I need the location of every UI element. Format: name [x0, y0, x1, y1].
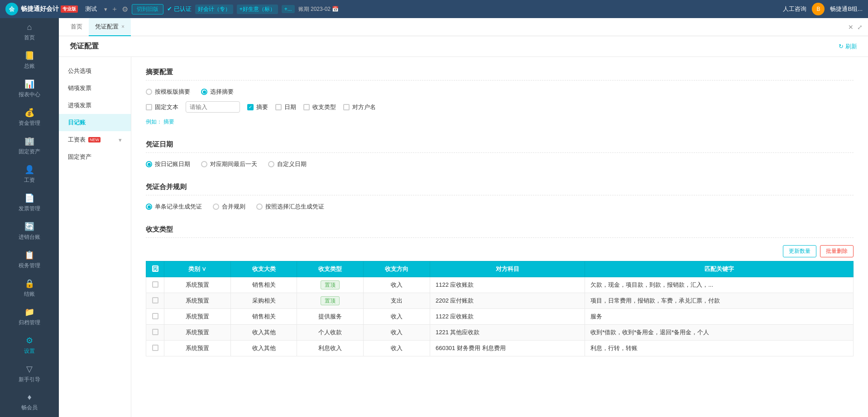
sidebar-label-payroll: 工资: [24, 176, 35, 184]
row-checkbox-2[interactable]: [152, 313, 158, 319]
sidebar-label-purchase-sales: 进销台账: [19, 233, 40, 241]
row-direction: 收入: [364, 309, 430, 325]
sidebar-label-invoice-mgmt: 发票管理: [19, 205, 40, 213]
left-nav-sales-invoice-label: 销项发票: [68, 84, 91, 92]
radio-merge-btn: [213, 204, 219, 210]
sidebar-label-reports: 报表中心: [19, 91, 40, 99]
row-category: 系统预置: [164, 277, 231, 293]
sidebar-label-settings: 设置: [24, 347, 35, 355]
window-expand-btn[interactable]: ⤢: [857, 24, 863, 31]
left-nav-journal[interactable]: 日记账: [59, 114, 131, 131]
row-category: 系统预置: [164, 293, 231, 309]
member-icon: ♦: [27, 393, 31, 402]
consult-btn[interactable]: 人工咨询: [783, 5, 806, 13]
settings-icon[interactable]: ⚙: [122, 5, 128, 14]
row-keywords: 欠款，现金，项目款，到款，报销款，汇入，...: [585, 277, 854, 293]
avatar: B: [812, 3, 825, 15]
th-account: 对方科目: [430, 261, 585, 277]
radio-single[interactable]: 单条记录生成凭证: [146, 203, 202, 211]
summary-config-title: 摘要配置: [146, 68, 854, 81]
th-direction: 收支方向: [364, 261, 430, 277]
home-icon: ⌂: [27, 23, 32, 32]
type-tag-0[interactable]: 置顶: [321, 280, 340, 289]
switch-old-btn[interactable]: 切到旧版: [132, 4, 163, 14]
left-nav-fixed-assets[interactable]: 固定资产: [59, 148, 131, 166]
sidebar-item-member[interactable]: ♦ 畅会员: [0, 388, 59, 416]
radio-merge[interactable]: 合并规则: [213, 203, 245, 211]
voucher-date-section: 凭证日期 按日记账日期 对应期间最后一天: [146, 140, 854, 168]
radio-custom-date[interactable]: 自定义日期: [268, 160, 307, 168]
radio-merge-label: 合并规则: [222, 203, 245, 211]
tab-close-icon[interactable]: ×: [121, 24, 125, 30]
sidebar-item-funds[interactable]: 💰 资金管理: [0, 103, 59, 132]
payroll-icon: 👤: [24, 165, 34, 175]
fixed-text-input[interactable]: [186, 101, 240, 113]
radio-journal-date[interactable]: 按日记账日期: [146, 160, 190, 168]
sidebar-item-reports[interactable]: 📊 报表中心: [0, 75, 59, 103]
radio-summary-gen-btn: [256, 204, 263, 210]
checkbox-date[interactable]: 日期: [275, 103, 296, 111]
left-nav-purchase-invoice[interactable]: 进项发票: [59, 97, 131, 114]
update-btn[interactable]: 更新数量: [783, 245, 816, 257]
checkbox-summary[interactable]: 摘要: [247, 103, 268, 111]
sidebar-item-archive[interactable]: 📁 归档管理: [0, 303, 59, 331]
company-dropdown-icon[interactable]: ▾: [104, 6, 107, 13]
select-all-checkbox[interactable]: ☑: [152, 265, 158, 272]
radio-summary-gen-label: 按照选择汇总生成凭证: [265, 203, 324, 211]
radio-summary-gen[interactable]: 按照选择汇总生成凭证: [256, 203, 324, 211]
fixed-assets-icon: 🏢: [24, 136, 34, 146]
checkbox-type[interactable]: 收支类型: [303, 103, 336, 111]
page-title: 凭证配置: [70, 42, 99, 51]
row-keywords: 项目，日常费用，报销款，车费，承兑汇票，付款: [585, 293, 854, 309]
sidebar-item-payroll[interactable]: 👤 工资: [0, 160, 59, 189]
sidebar-item-home[interactable]: ⌂ 首页: [0, 18, 59, 46]
left-nav-wage-table[interactable]: 工资表 NEW ▾: [59, 131, 131, 148]
radio-select[interactable]: 选择摘要: [201, 88, 234, 96]
sidebar-item-ledger[interactable]: 📒 总账: [0, 46, 59, 75]
app-subtitle: 专业版: [61, 5, 78, 13]
tab-voucher-config-label: 凭证配置: [95, 23, 119, 31]
row-keywords: 服务: [585, 309, 854, 325]
refresh-btn[interactable]: ↻ 刷新: [839, 43, 857, 51]
sidebar-item-closing[interactable]: 🔒 结账: [0, 274, 59, 303]
sidebar-item-settings[interactable]: ⚙ 设置: [0, 331, 59, 360]
sidebar-item-fixed-assets[interactable]: 🏢 固定资产: [0, 132, 59, 160]
row-category: 系统预置: [164, 341, 231, 356]
sidebar-label-home: 首页: [24, 34, 35, 42]
tab-voucher-config[interactable]: 凭证配置 ×: [89, 18, 131, 36]
chevron-down-icon: ▾: [119, 137, 122, 143]
left-nav-public[interactable]: 公共选项: [59, 62, 131, 80]
sidebar-item-purchase-sales[interactable]: 🔄 进销台账: [0, 217, 59, 246]
purchase-sales-icon: 🔄: [24, 222, 34, 232]
window-close-btn[interactable]: ✕: [848, 24, 854, 31]
add-icon[interactable]: ＋: [111, 5, 118, 14]
row-account: 660301 财务费用 利息费用: [430, 341, 585, 356]
row-checkbox-0[interactable]: [152, 281, 158, 288]
sidebar-item-invoice-mgmt[interactable]: 📄 发票管理: [0, 189, 59, 217]
checkbox-date-label: 日期: [284, 103, 296, 111]
left-nav-public-label: 公共选项: [68, 67, 91, 75]
radio-period-last[interactable]: 对应期间最后一天: [201, 160, 257, 168]
app-logo: 会 畅捷通好会计 专业版: [5, 3, 78, 15]
sidebar-item-guide[interactable]: ▽ 新手引导: [0, 360, 59, 388]
row-checkbox-4[interactable]: [152, 345, 158, 351]
table-row: 系统预置收入其他个人收款收入1221 其他应收款收到*借款，收到*备用金，退回*…: [146, 325, 854, 341]
row-checkbox-3[interactable]: [152, 329, 158, 335]
sidebar-label-tax: 税务管理: [19, 262, 40, 270]
row-checkbox-1[interactable]: [152, 297, 158, 303]
delete-btn[interactable]: 批量删除: [820, 245, 854, 257]
checkbox-fixed-text[interactable]: 固定文本: [146, 103, 178, 111]
radio-template[interactable]: 按模板版摘要: [146, 88, 190, 96]
checkbox-counterparty-label: 对方户名: [352, 103, 376, 111]
row-type: 个人收款: [297, 325, 364, 341]
sidebar-item-tax[interactable]: 📋 税务管理: [0, 246, 59, 274]
checkbox-counterparty[interactable]: 对方户名: [343, 103, 376, 111]
type-tag-1[interactable]: 置顶: [321, 296, 340, 305]
left-nav-sales-invoice[interactable]: 销项发票: [59, 80, 131, 97]
row-direction: 收入: [364, 325, 430, 341]
invoice-mgmt-icon: 📄: [24, 193, 34, 203]
tab-home[interactable]: 首页: [64, 18, 89, 36]
certified-tag: ✔ 已认证: [167, 5, 192, 13]
summary-config-section: 摘要配置 按模板版摘要 选择摘要: [146, 68, 854, 126]
row-category: 系统预置: [164, 325, 231, 341]
